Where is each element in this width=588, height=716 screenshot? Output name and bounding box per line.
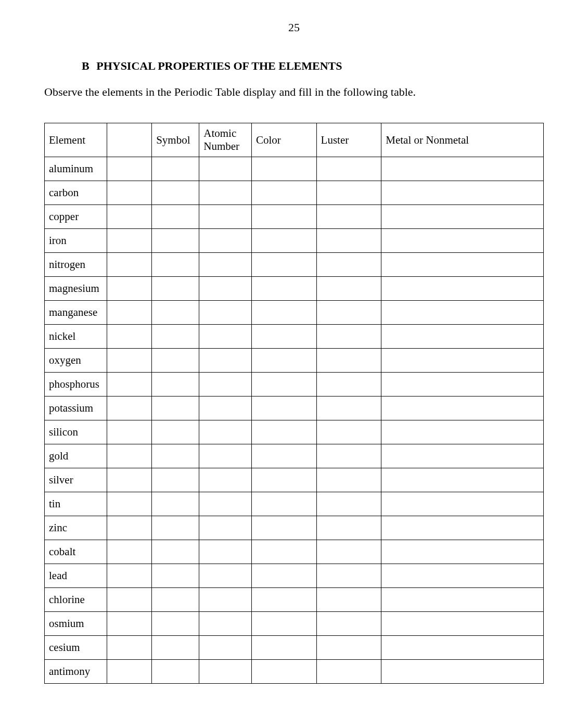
- cell-atomic-number[interactable]: [199, 253, 252, 277]
- cell-atomic-number[interactable]: [199, 325, 252, 349]
- cell-metal-or-nonmetal[interactable]: [381, 540, 544, 564]
- cell-luster[interactable]: [316, 492, 381, 516]
- cell-atomic-number[interactable]: [199, 277, 252, 301]
- cell-luster[interactable]: [316, 181, 381, 205]
- cell-luster[interactable]: [316, 253, 381, 277]
- cell-atomic-number[interactable]: [199, 373, 252, 397]
- cell-metal-or-nonmetal[interactable]: [381, 612, 544, 636]
- cell-blank[interactable]: [107, 660, 151, 684]
- cell-luster[interactable]: [316, 397, 381, 420]
- cell-luster[interactable]: [316, 468, 381, 492]
- cell-color[interactable]: [251, 612, 316, 636]
- cell-color[interactable]: [251, 373, 316, 397]
- cell-symbol[interactable]: [152, 612, 199, 636]
- cell-blank[interactable]: [107, 253, 151, 277]
- cell-symbol[interactable]: [152, 660, 199, 684]
- cell-metal-or-nonmetal[interactable]: [381, 397, 544, 420]
- cell-blank[interactable]: [107, 397, 151, 420]
- cell-luster[interactable]: [316, 588, 381, 612]
- cell-color[interactable]: [251, 516, 316, 540]
- cell-atomic-number[interactable]: [199, 444, 252, 468]
- cell-symbol[interactable]: [152, 181, 199, 205]
- cell-symbol[interactable]: [152, 157, 199, 181]
- cell-luster[interactable]: [316, 516, 381, 540]
- cell-metal-or-nonmetal[interactable]: [381, 468, 544, 492]
- cell-color[interactable]: [251, 564, 316, 588]
- cell-metal-or-nonmetal[interactable]: [381, 325, 544, 349]
- cell-blank[interactable]: [107, 301, 151, 325]
- cell-atomic-number[interactable]: [199, 181, 252, 205]
- cell-symbol[interactable]: [152, 325, 199, 349]
- cell-symbol[interactable]: [152, 397, 199, 420]
- cell-luster[interactable]: [316, 660, 381, 684]
- cell-luster[interactable]: [316, 325, 381, 349]
- cell-color[interactable]: [251, 277, 316, 301]
- cell-color[interactable]: [251, 205, 316, 229]
- cell-color[interactable]: [251, 468, 316, 492]
- cell-symbol[interactable]: [152, 564, 199, 588]
- cell-metal-or-nonmetal[interactable]: [381, 444, 544, 468]
- cell-atomic-number[interactable]: [199, 205, 252, 229]
- cell-blank[interactable]: [107, 564, 151, 588]
- cell-blank[interactable]: [107, 516, 151, 540]
- cell-metal-or-nonmetal[interactable]: [381, 564, 544, 588]
- cell-atomic-number[interactable]: [199, 516, 252, 540]
- cell-luster[interactable]: [316, 564, 381, 588]
- cell-symbol[interactable]: [152, 540, 199, 564]
- cell-metal-or-nonmetal[interactable]: [381, 492, 544, 516]
- cell-blank[interactable]: [107, 420, 151, 444]
- cell-symbol[interactable]: [152, 492, 199, 516]
- cell-atomic-number[interactable]: [199, 492, 252, 516]
- cell-luster[interactable]: [316, 277, 381, 301]
- cell-atomic-number[interactable]: [199, 660, 252, 684]
- cell-symbol[interactable]: [152, 468, 199, 492]
- cell-luster[interactable]: [316, 612, 381, 636]
- cell-color[interactable]: [251, 181, 316, 205]
- cell-atomic-number[interactable]: [199, 349, 252, 373]
- cell-blank[interactable]: [107, 277, 151, 301]
- cell-symbol[interactable]: [152, 205, 199, 229]
- cell-color[interactable]: [251, 229, 316, 253]
- cell-color[interactable]: [251, 660, 316, 684]
- cell-metal-or-nonmetal[interactable]: [381, 301, 544, 325]
- cell-metal-or-nonmetal[interactable]: [381, 516, 544, 540]
- cell-color[interactable]: [251, 588, 316, 612]
- cell-blank[interactable]: [107, 229, 151, 253]
- cell-metal-or-nonmetal[interactable]: [381, 181, 544, 205]
- cell-color[interactable]: [251, 540, 316, 564]
- cell-metal-or-nonmetal[interactable]: [381, 588, 544, 612]
- cell-metal-or-nonmetal[interactable]: [381, 157, 544, 181]
- cell-atomic-number[interactable]: [199, 229, 252, 253]
- cell-blank[interactable]: [107, 205, 151, 229]
- cell-metal-or-nonmetal[interactable]: [381, 229, 544, 253]
- cell-blank[interactable]: [107, 612, 151, 636]
- cell-luster[interactable]: [316, 205, 381, 229]
- cell-blank[interactable]: [107, 492, 151, 516]
- cell-symbol[interactable]: [152, 636, 199, 660]
- cell-blank[interactable]: [107, 373, 151, 397]
- cell-luster[interactable]: [316, 373, 381, 397]
- cell-symbol[interactable]: [152, 253, 199, 277]
- cell-metal-or-nonmetal[interactable]: [381, 205, 544, 229]
- cell-atomic-number[interactable]: [199, 397, 252, 420]
- cell-metal-or-nonmetal[interactable]: [381, 253, 544, 277]
- cell-atomic-number[interactable]: [199, 540, 252, 564]
- cell-blank[interactable]: [107, 349, 151, 373]
- cell-luster[interactable]: [316, 444, 381, 468]
- cell-blank[interactable]: [107, 588, 151, 612]
- cell-color[interactable]: [251, 301, 316, 325]
- cell-luster[interactable]: [316, 349, 381, 373]
- cell-metal-or-nonmetal[interactable]: [381, 636, 544, 660]
- cell-color[interactable]: [251, 157, 316, 181]
- cell-metal-or-nonmetal[interactable]: [381, 420, 544, 444]
- cell-atomic-number[interactable]: [199, 636, 252, 660]
- cell-symbol[interactable]: [152, 588, 199, 612]
- cell-symbol[interactable]: [152, 349, 199, 373]
- cell-blank[interactable]: [107, 468, 151, 492]
- cell-blank[interactable]: [107, 444, 151, 468]
- cell-luster[interactable]: [316, 540, 381, 564]
- cell-symbol[interactable]: [152, 301, 199, 325]
- cell-color[interactable]: [251, 492, 316, 516]
- cell-blank[interactable]: [107, 325, 151, 349]
- cell-color[interactable]: [251, 636, 316, 660]
